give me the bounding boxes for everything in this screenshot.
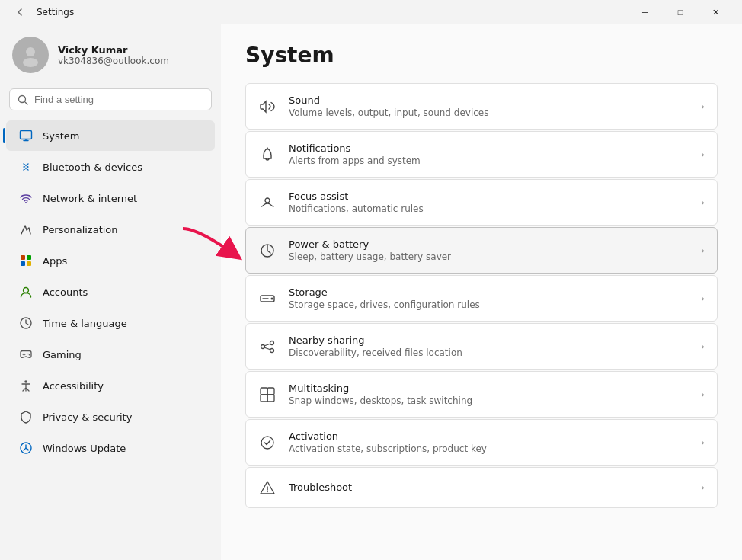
chevron-right-icon: ›: [701, 245, 705, 256]
sidebar-item-label: Bluetooth & devices: [43, 162, 142, 173]
svg-point-12: [24, 288, 29, 293]
sidebar-item-label: Time & language: [43, 318, 127, 329]
gaming-icon: [18, 347, 34, 362]
sidebar-item-personalization[interactable]: Personalization: [6, 214, 215, 245]
settings-item-nearby-sharing[interactable]: Nearby sharing Discoverability, received…: [245, 323, 718, 370]
sidebar-item-accessibility[interactable]: Accessibility: [6, 370, 215, 401]
svg-rect-32: [267, 388, 274, 395]
svg-point-21: [265, 198, 270, 203]
svg-point-7: [25, 202, 27, 203]
sidebar-item-system[interactable]: System: [6, 120, 215, 151]
settings-item-multitasking[interactable]: Multitasking Snap windows, desktops, tas…: [245, 371, 718, 418]
close-button[interactable]: ✕: [698, 0, 733, 24]
multitasking-icon: [258, 386, 277, 404]
avatar: [12, 37, 49, 73]
chevron-right-icon: ›: [701, 149, 705, 160]
storage-title: Storage: [289, 286, 480, 298]
focus-assist-desc: Notifications, automatic rules: [289, 203, 424, 214]
sound-desc: Volume levels, output, input, sound devi…: [289, 107, 488, 118]
app-body: Vicky Kumar vk304836@outlook.com: [0, 24, 742, 560]
chevron-right-icon: ›: [701, 293, 705, 304]
user-name: Vicky Kumar: [58, 44, 169, 56]
main-wrapper: System Sound Vo: [221, 24, 742, 560]
settings-item-storage[interactable]: Storage Storage space, drives, configura…: [245, 275, 718, 322]
chevron-right-icon: ›: [701, 197, 705, 208]
sidebar-item-privacy[interactable]: Privacy & security: [6, 402, 215, 432]
network-icon: [18, 190, 34, 206]
svg-point-18: [24, 380, 27, 383]
troubleshoot-title: Troubleshoot: [289, 482, 352, 493]
sidebar-item-network[interactable]: Network & internet: [6, 183, 215, 213]
sidebar-item-time[interactable]: Time & language: [6, 308, 215, 338]
sound-icon: [258, 98, 277, 116]
power-battery-title: Power & battery: [289, 238, 451, 250]
sidebar-item-label: System: [43, 130, 79, 142]
focus-assist-title: Focus assist: [289, 190, 424, 202]
svg-point-26: [261, 344, 265, 348]
privacy-icon: [18, 409, 34, 424]
accessibility-icon: [18, 378, 34, 393]
page-title: System: [245, 43, 718, 68]
svg-rect-34: [267, 395, 274, 402]
app-title: Settings: [37, 7, 74, 18]
search-icon: [18, 94, 28, 105]
multitasking-title: Multitasking: [289, 382, 472, 394]
settings-item-notifications[interactable]: Notifications Alerts from apps and syste…: [245, 131, 718, 178]
svg-point-16: [27, 354, 29, 355]
settings-item-focus-assist[interactable]: Focus assist Notifications, automatic ru…: [245, 179, 718, 226]
svg-rect-33: [261, 395, 267, 402]
sidebar-item-label: Gaming: [43, 349, 82, 360]
bluetooth-icon: [18, 159, 34, 174]
svg-line-3: [25, 101, 28, 104]
svg-point-27: [270, 341, 274, 344]
svg-rect-10: [21, 261, 25, 266]
svg-point-37: [267, 491, 268, 493]
settings-item-activation[interactable]: Activation Activation state, subscriptio…: [245, 419, 718, 466]
svg-point-17: [29, 354, 30, 356]
svg-line-29: [264, 344, 270, 346]
maximize-button[interactable]: □: [663, 0, 698, 24]
svg-point-1: [23, 58, 38, 67]
troubleshoot-icon: [258, 478, 277, 497]
activation-title: Activation: [289, 430, 487, 442]
settings-item-power-battery[interactable]: Power & battery Sleep, battery usage, ba…: [245, 227, 718, 274]
settings-item-sound[interactable]: Sound Volume levels, output, input, soun…: [245, 83, 718, 130]
notifications-title: Notifications: [289, 142, 421, 154]
svg-point-28: [270, 348, 274, 352]
main-content: System Sound Vo: [221, 24, 742, 560]
chevron-right-icon: ›: [701, 482, 705, 493]
sidebar: Vicky Kumar vk304836@outlook.com: [0, 24, 221, 560]
storage-icon: [258, 290, 277, 308]
power-battery-icon: [258, 242, 277, 260]
svg-point-25: [271, 297, 273, 299]
sidebar-item-apps[interactable]: Apps: [6, 245, 215, 276]
notifications-desc: Alerts from apps and system: [289, 155, 421, 166]
title-bar-left: Settings: [9, 2, 74, 23]
settings-item-troubleshoot[interactable]: Troubleshoot ›: [245, 467, 718, 508]
sidebar-item-label: Apps: [43, 255, 67, 267]
sidebar-item-gaming[interactable]: Gaming: [6, 339, 215, 370]
apps-icon: [18, 253, 34, 268]
back-button[interactable]: [9, 2, 30, 23]
svg-rect-31: [261, 388, 267, 395]
time-icon: [18, 315, 34, 331]
sidebar-item-windows-update[interactable]: Windows Update: [6, 433, 215, 463]
search-box[interactable]: [9, 88, 212, 110]
svg-rect-9: [27, 255, 31, 260]
nav-menu: System Bluetooth & devices: [0, 120, 221, 464]
window-controls: ─ □ ✕: [628, 0, 733, 24]
sound-title: Sound: [289, 94, 488, 106]
user-info: Vicky Kumar vk304836@outlook.com: [58, 44, 169, 66]
chevron-right-icon: ›: [701, 101, 705, 112]
svg-rect-11: [27, 261, 31, 266]
sidebar-item-accounts[interactable]: Accounts: [6, 277, 215, 307]
minimize-button[interactable]: ─: [628, 0, 663, 24]
focus-assist-icon: [258, 194, 277, 212]
storage-desc: Storage space, drives, configuration rul…: [289, 299, 480, 310]
multitasking-desc: Snap windows, desktops, task switching: [289, 395, 472, 406]
power-battery-desc: Sleep, battery usage, battery saver: [289, 251, 451, 262]
search-input[interactable]: [34, 94, 203, 105]
user-profile[interactable]: Vicky Kumar vk304836@outlook.com: [0, 24, 221, 88]
sidebar-item-label: Privacy & security: [43, 411, 132, 423]
sidebar-item-bluetooth[interactable]: Bluetooth & devices: [6, 152, 215, 182]
